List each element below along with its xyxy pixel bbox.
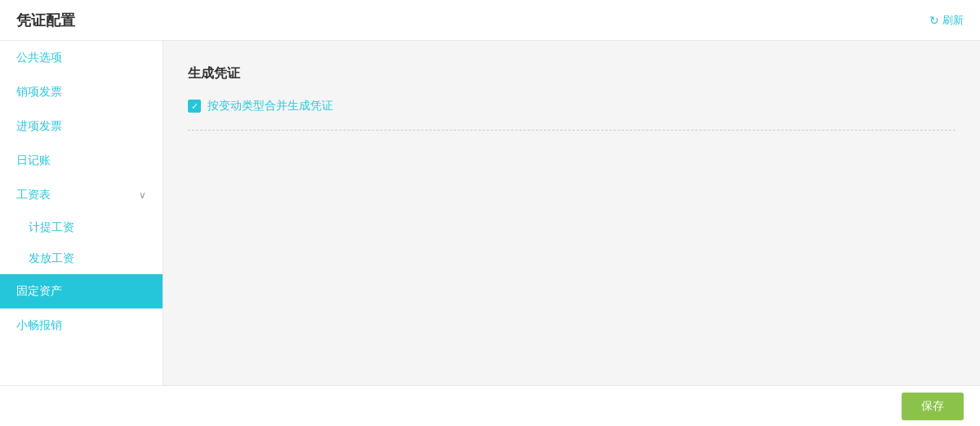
section-title: 生成凭证 xyxy=(188,65,956,82)
sidebar-item-pay-payroll[interactable]: 发放工资 xyxy=(0,243,163,274)
sidebar-item-label: 销项发票 xyxy=(16,85,62,100)
save-button[interactable]: 保存 xyxy=(902,393,964,420)
sidebar-item-label: 公共选项 xyxy=(16,51,62,65)
sidebar: 公共选项 销项发票 进项发票 日记账 工资表 ∨ 计提工资 发放工资 固定资 xyxy=(0,41,163,385)
refresh-button[interactable]: ↻ 刷新 xyxy=(929,13,964,28)
sidebar-item-purchase-invoice[interactable]: 进项发票 xyxy=(0,109,163,144)
sidebar-item-label: 小畅报销 xyxy=(16,318,62,333)
page-title: 凭证配置 xyxy=(16,11,75,30)
sidebar-item-public[interactable]: 公共选项 xyxy=(0,41,163,75)
merge-by-type-checkbox[interactable] xyxy=(188,100,201,113)
chevron-down-icon: ∨ xyxy=(139,189,146,201)
footer: 保存 xyxy=(0,385,980,426)
sidebar-item-expense[interactable]: 小畅报销 xyxy=(0,308,163,343)
page-wrapper: 凭证配置 ↻ 刷新 公共选项 销项发票 进项发票 日记账 工资表 ∨ xyxy=(0,0,980,426)
sidebar-item-label: 计提工资 xyxy=(29,220,74,233)
sidebar-item-calc-payroll[interactable]: 计提工资 xyxy=(0,212,163,243)
sidebar-item-label: 工资表 xyxy=(16,188,51,202)
section-divider xyxy=(188,130,956,131)
checkbox-row: 按变动类型合并生成凭证 xyxy=(188,99,956,113)
refresh-label: 刷新 xyxy=(942,13,964,28)
content-area: 生成凭证 按变动类型合并生成凭证 xyxy=(163,41,980,385)
main-layout: 公共选项 销项发票 进项发票 日记账 工资表 ∨ 计提工资 发放工资 固定资 xyxy=(0,41,980,385)
checkbox-label: 按变动类型合并生成凭证 xyxy=(207,99,333,113)
sidebar-item-label: 日记账 xyxy=(16,153,51,168)
header: 凭证配置 ↻ 刷新 xyxy=(0,0,980,41)
sidebar-item-label: 进项发票 xyxy=(16,119,62,134)
sidebar-item-label: 发放工资 xyxy=(29,251,74,264)
refresh-icon: ↻ xyxy=(929,14,939,27)
sidebar-item-sales-invoice[interactable]: 销项发票 xyxy=(0,75,163,109)
sidebar-item-label: 固定资产 xyxy=(16,284,62,299)
sidebar-item-journal[interactable]: 日记账 xyxy=(0,144,163,178)
sidebar-item-fixed-assets[interactable]: 固定资产 xyxy=(0,274,163,308)
sidebar-item-payroll[interactable]: 工资表 ∨ xyxy=(0,178,163,212)
